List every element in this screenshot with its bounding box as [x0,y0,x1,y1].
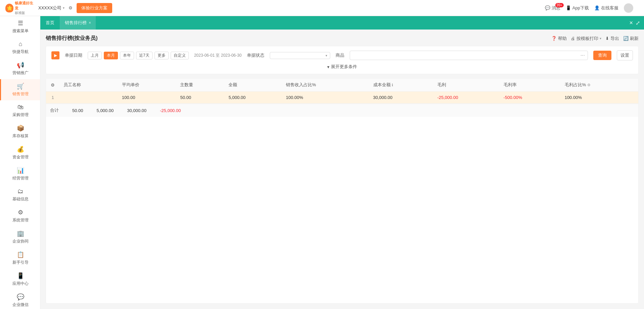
table-container: ⚙ 员工名称 平均单价 主数量 全额 销售收入占比% 成本全额 ℹ 毛利 毛利率 [46,78,639,304]
col-name: 员工名称 [59,79,118,92]
date-range-picker: 上月 本月 本年 近7天 更多 自定义 [88,52,189,59]
app-icon: 📱 [566,5,571,10]
app-center-icon: 📱 [17,272,24,279]
expand-more-btn[interactable]: ▾ 展开更多条件 [327,64,357,70]
sidebar-item-wechat[interactable]: 💬 企业微信 [0,290,40,309]
sidebar-label-search-order: 搜索菜单 [12,28,29,34]
company-chevron-icon: ▾ [63,6,65,10]
settings-button[interactable]: 设置 [617,50,633,60]
date-prev-month-btn[interactable]: 上月 [88,52,102,59]
company-name: XXXXX公司 [38,5,61,11]
message-button[interactable]: 💬 消息 99+ [545,5,560,11]
operation-icon: 📊 [17,167,24,174]
guide-icon: 📋 [17,251,24,258]
date-label: 单据日期 [65,52,82,58]
sidebar-item-search-order[interactable]: ☰ 搜索菜单 [0,16,40,37]
refresh-button[interactable]: 🔄 刷新 [623,36,639,42]
query-button[interactable]: 查询 [593,51,611,60]
inventory-icon: 📦 [17,124,24,132]
enterprise-icon: 🏢 [17,230,24,237]
sidebar-item-marketing[interactable]: 📢 营销推广 [0,58,40,79]
sidebar-label-finance: 资金管理 [12,154,29,160]
marketing-icon: 📢 [17,61,24,69]
col-gross-pct: 毛利占比% ⚙ [561,79,638,92]
rank-settings-icon[interactable]: ⚙ [51,83,55,88]
avatar[interactable] [624,3,633,13]
cell-gross: -25,000.00 [433,92,500,104]
sidebar-label-enterprise: 企业协同 [12,239,29,244]
tab-sales-rank[interactable]: 销售排行榜 × [60,16,96,30]
sales-rank-table: ⚙ 员工名称 平均单价 主数量 全额 销售收入占比% 成本全额 ℹ 毛利 毛利率 [46,79,638,104]
window-max-icon[interactable]: ⤢ [636,20,640,26]
cell-gross-rate: -500.00% [500,92,561,104]
page-actions: ❓ 帮助 🖨 按模板打印 ▾ ⬇ 导出 🔄 刷新 [551,36,639,42]
tab-close-icon[interactable]: × [89,20,91,25]
help-button[interactable]: ❓ 帮助 [551,36,567,42]
sidebar-label-inventory: 库存核算 [12,133,29,139]
sidebar: ☰ 搜索菜单 ⌂ 快捷导航 📢 营销推广 🛒 销售管理 🛍 采购管理 📦 库存核… [0,16,40,309]
date-custom-btn[interactable]: 自定义 [171,52,189,59]
col-gross: 毛利 [433,79,500,92]
date-more-btn[interactable]: 更多 [155,52,169,59]
topbar-right: 💬 消息 99+ 📱 App下载 👤 在线客服 [545,3,639,13]
status-chevron-icon: ▾ [326,54,327,57]
sidebar-item-purchase[interactable]: 🛍 采购管理 [0,100,40,121]
cost-info-icon[interactable]: ℹ [392,83,393,87]
date-year-btn[interactable]: 本年 [120,52,134,59]
print-icon: 🖨 [571,36,575,41]
window-close-icon[interactable]: × [629,19,633,27]
app-download-button[interactable]: 📱 App下载 [566,5,589,11]
cell-name [59,92,118,104]
col-rank: ⚙ [46,79,59,92]
footer-cost: 30,000.00 [127,108,146,113]
tab-bar: 首页 销售排行榜 × × ⤢ [40,16,644,30]
service-icon: 👤 [594,5,600,10]
sidebar-label-purchase: 采购管理 [12,112,29,118]
sidebar-item-finance[interactable]: 💰 资金管理 [0,142,40,163]
cell-avg-price: 100.00 [118,92,176,104]
filter-toggle-btn[interactable]: ▶ [51,51,59,59]
goods-select[interactable]: ··· [350,51,588,60]
sidebar-item-enterprise[interactable]: 🏢 企业协同 [0,226,40,248]
print-button[interactable]: 🖨 按模板打印 ▾ [571,36,601,42]
sidebar-label-system: 系统管理 [12,217,29,223]
sidebar-item-quick-nav[interactable]: ⌂ 快捷导航 [0,37,40,58]
tab-home[interactable]: 首页 [40,16,60,30]
goods-more-icon[interactable]: ··· [581,52,585,58]
sidebar-item-guide[interactable]: 📋 新手引导 [0,248,40,269]
topbar-settings-icon[interactable]: ⚙ [67,5,74,11]
sidebar-item-sales[interactable]: 🛒 销售管理 [0,79,40,100]
trial-button[interactable]: 体验行业方案 [77,3,112,13]
sidebar-item-operation[interactable]: 📊 经营管理 [0,163,40,185]
refresh-icon: 🔄 [623,36,629,41]
sidebar-item-inventory[interactable]: 📦 库存核算 [0,121,40,142]
page-content: 销售排行榜(按业务员) ❓ 帮助 🖨 按模板打印 ▾ ⬇ 导出 [40,30,644,309]
sidebar-label-quick-nav: 快捷导航 [12,49,29,55]
table-footer: 合计 50.00 5,000.00 30,000.00 -25,000.00 [46,104,638,117]
purchase-icon: 🛍 [17,104,24,111]
sidebar-label-marketing: 营销推广 [12,70,29,76]
sidebar-item-app-center[interactable]: 📱 应用中心 [0,269,40,290]
content-area: 首页 销售排行榜 × × ⤢ 销售排行榜(按业务员) ❓ 帮助 [40,16,644,309]
date-7d-btn[interactable]: 近7天 [136,52,153,59]
date-cur-month-btn[interactable]: 本月 [104,52,118,59]
col-qty: 主数量 [176,79,224,92]
sidebar-item-base-info[interactable]: 🗂 基础信息 [0,185,40,205]
company-selector[interactable]: XXXXX公司 ▾ [38,5,65,11]
gross-pct-info-icon[interactable]: ⚙ [587,83,591,87]
filter-row-1: ▶ 单据日期 上月 本月 本年 近7天 更多 自定义 2023-06-01 至 … [51,50,633,60]
col-avg-price: 平均单价 [118,79,176,92]
table-row: 1100.0050.005,000.00100.00%30,000.00-25,… [46,92,638,104]
sidebar-label-operation: 经营管理 [12,175,29,181]
sidebar-label-guide: 新手引导 [12,260,29,265]
expand-icon: ▾ [327,64,330,69]
status-select[interactable]: ▾ [270,52,330,59]
sidebar-item-system[interactable]: ⚙ 系统管理 [0,205,40,226]
online-service-button[interactable]: 👤 在线客服 [594,5,618,11]
export-button[interactable]: ⬇ 导出 [605,36,619,42]
base-info-icon: 🗂 [17,188,24,195]
app-label: App下载 [572,5,589,11]
page-title: 销售排行榜(按业务员) [46,35,98,42]
cell-sales-pct: 100.00% [282,92,369,104]
cell-rank: 1 [46,92,59,104]
